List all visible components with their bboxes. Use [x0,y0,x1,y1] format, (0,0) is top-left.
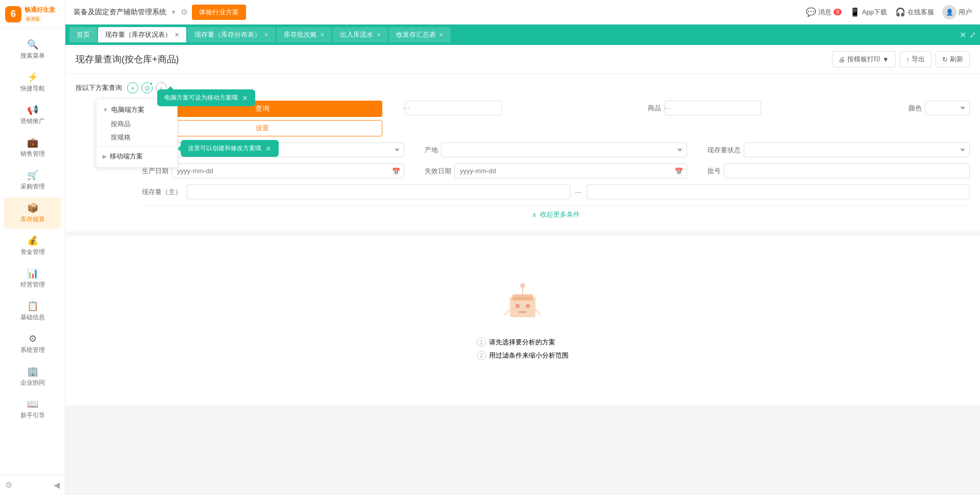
stock-status-select[interactable] [744,143,970,157]
scheme-section-mobile[interactable]: ▶ 移动端方案 [96,149,177,164]
goods-dots[interactable]: ··· [664,104,904,113]
export-icon: ↑ [906,56,910,63]
origin-select[interactable] [441,143,687,157]
print-label: 按模板打印 [847,55,880,64]
add-scheme-btn[interactable]: + [127,82,138,93]
tab-inout[interactable]: 出入库流水 ✕ [333,27,388,42]
refresh-btn[interactable]: ↻ 刷新 [936,51,970,67]
main-area: 装备及固定资产辅助管理系统 ▼ ⚙ 体验行业方案 💬 消息 9 📱 App下载 … [65,0,980,495]
tab-batch-close[interactable]: ✕ [320,32,325,38]
header-settings-icon[interactable]: ⚙ [181,7,188,17]
color-select[interactable] [925,101,970,115]
expiry-date-calendar-icon[interactable]: 📅 [675,167,683,175]
tab-close-all-icon[interactable]: ✕ [960,30,966,40]
tab-inventory-dist[interactable]: 现存量（库存分布表） ✕ [187,27,276,42]
stock-status-field: 现存量状态 [707,143,970,157]
sidebar-item-inventory[interactable]: 📦 库存核算 [4,197,61,229]
tab-bar-actions: ✕ ⤢ [960,30,976,40]
print-icon: 🖨 [839,56,845,63]
support-icon: 🎧 [895,7,905,17]
batch-field: 批号 [707,163,970,178]
tab-home[interactable]: 首页 [69,27,97,42]
prod-date-input[interactable] [172,163,404,178]
message-badge: 9 [834,9,842,15]
svg-point-2 [516,304,520,308]
sidebar-label-enterprise: 企业协同 [20,379,45,387]
sidebar-label-sales: 销售管理 [20,150,45,158]
guide-icon: 📖 [27,398,38,410]
support-action[interactable]: 🎧 在线客服 [895,7,934,17]
user-label: 用户 [959,8,972,17]
batch-label: 批号 [707,167,721,176]
tooltip-scheme-create-close[interactable]: ✕ [265,145,272,153]
tab-inventory-status-close[interactable]: ✕ [175,32,179,38]
warehouse-dots[interactable]: ··· [403,104,643,113]
step-1-num: 1 [477,338,486,347]
header-right: 💬 消息 9 📱 App下载 🎧 在线客服 👤 用户 [806,5,972,19]
scheme-item-spec[interactable]: 按规格 [96,131,177,144]
header-left: 装备及固定资产辅助管理系统 ▼ ⚙ 体验行业方案 [74,5,246,20]
sidebar-item-purchase[interactable]: 🛒 采购管理 [4,164,61,196]
tab-fullscreen-icon[interactable]: ⤢ [969,30,976,40]
app-action[interactable]: 📱 App下载 [850,7,887,17]
export-btn[interactable]: ↑ 导出 [900,51,932,67]
reset-btn[interactable]: 设置 [142,120,382,136]
filter-area: 按以下方案查询 + ⊙ « 电脑方案可设为移动方案哦 ✕ [65,74,980,231]
support-label: 在线客服 [908,8,934,17]
sidebar-item-system[interactable]: ⚙ 系统管理 [4,328,61,360]
edit-scheme-btn[interactable]: ⊙ [141,82,153,93]
collapse-sidebar-icon[interactable]: ◀ [54,480,60,490]
industry-btn[interactable]: 体验行业方案 [192,5,246,20]
message-action[interactable]: 💬 消息 9 [806,7,842,17]
tab-collection[interactable]: 收发存汇总表 ✕ [389,27,451,42]
sidebar-item-finance[interactable]: 💰 资金管理 [4,230,61,262]
sidebar-item-operations[interactable]: 📊 经营管理 [4,263,61,294]
scheme-item-goods[interactable]: 按商品 [96,117,177,131]
sidebar: 6 畅通好生意 标准版 🔍 搜索菜单 ⚡ 快捷导航 📢 营销推广 💼 销售管理 … [0,0,65,495]
page-actions: 🖨 按模板打印 ▼ ↑ 导出 ↻ 刷新 [832,51,970,67]
empty-steps: 1 请先选择要分析的方案 2 用过滤条件来缩小分析范围 [477,338,569,364]
tab-inventory-dist-close[interactable]: ✕ [264,32,268,38]
settings-bottom-icon[interactable]: ⚙ [5,480,12,490]
system-icon: ⚙ [29,333,37,344]
batch-input[interactable] [724,163,970,178]
sidebar-label-basic: 基础信息 [20,313,45,322]
tab-batch-label: 库存批次账 [284,30,317,39]
tab-inout-close[interactable]: ✕ [376,32,381,38]
tab-collection-close[interactable]: ✕ [439,32,444,38]
empty-step-1: 1 请先选择要分析的方案 [477,338,569,347]
tab-batch[interactable]: 库存批次账 ✕ [277,27,332,42]
stock-status-label: 现存量状态 [707,146,741,155]
scheme-dropdown: ▼ 电脑端方案 按商品 按规格 ▶ 移动端方案 这里可以创建和修改方案哦 ✕ [96,99,178,168]
tab-inout-label: 出入库流水 [340,30,373,39]
user-action[interactable]: 👤 用户 [942,5,972,19]
sidebar-item-basic[interactable]: 📋 基础信息 [4,295,61,327]
expiry-date-input[interactable] [454,163,687,178]
tooltip-scheme-mobile-close[interactable]: ✕ [242,94,248,102]
stock-main-end[interactable] [587,184,970,199]
prod-date-calendar-icon[interactable]: 📅 [392,167,400,175]
scheme-section-pc-label: 电脑端方案 [111,105,144,114]
color-field: 颜色 [909,101,970,115]
step-1-text: 请先选择要分析的方案 [489,338,555,347]
system-name: 装备及固定资产辅助管理系统 [74,8,166,17]
sidebar-item-search[interactable]: 🔍 搜索菜单 [4,34,61,65]
sidebar-item-enterprise[interactable]: 🏢 企业协同 [4,361,61,392]
page-header: 现存量查询(按仓库+商品) 🖨 按模板打印 ▼ ↑ 导出 ↻ 刷新 [65,45,980,74]
sidebar-item-marketing[interactable]: 📢 营销推广 [4,99,61,131]
stock-main-start[interactable] [187,184,570,199]
origin-label: 产地 [425,146,438,155]
prod-date-field: 生产日期 📅 [142,163,404,178]
step-2-text: 用过滤条件来缩小分析范围 [489,351,569,360]
sidebar-item-guide[interactable]: 📖 新手引导 [4,393,61,425]
tab-inventory-status[interactable]: 现存量（库存状况表） ✕ [98,27,186,42]
finance-icon: 💰 [27,235,38,246]
filter-row-4: 现存量（主） — [142,184,970,199]
sidebar-item-sales[interactable]: 💼 销售管理 [4,132,61,163]
print-btn[interactable]: 🖨 按模板打印 ▼ [832,51,896,67]
collapse-btn[interactable]: ∧ 收起更多条件 [142,205,970,223]
filter-fields: ··· 商品 ··· 颜色 查询 设置 [142,101,970,223]
system-dropdown-icon[interactable]: ▼ [170,9,177,16]
sidebar-item-quick[interactable]: ⚡ 快捷导航 [4,66,61,98]
print-dropdown-icon: ▼ [883,56,889,63]
